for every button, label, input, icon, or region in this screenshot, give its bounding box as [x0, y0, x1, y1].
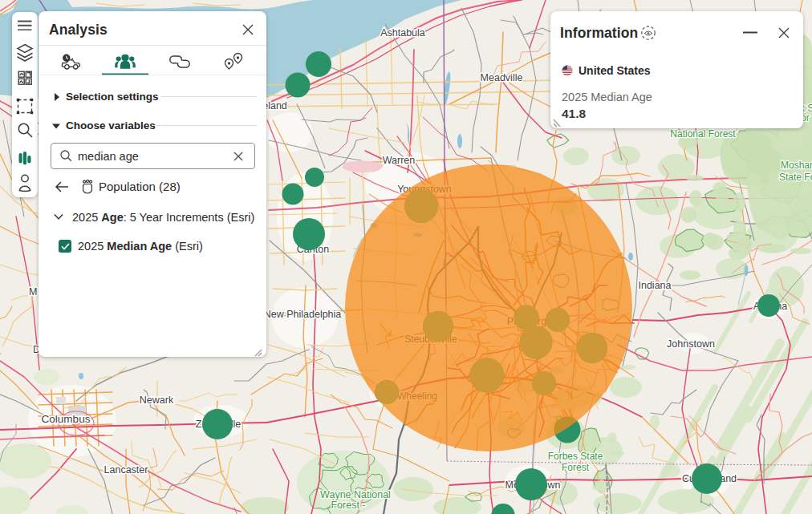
- svg-text:Forbes State: Forbes State: [548, 451, 603, 462]
- svg-text:Ashtabula: Ashtabula: [380, 27, 425, 38]
- svg-text:Newark: Newark: [140, 395, 174, 406]
- svg-text:Columbus: Columbus: [42, 413, 91, 425]
- svg-text:Forest: Forest: [562, 462, 590, 473]
- svg-text:Forest -: Forest -: [331, 500, 365, 511]
- svg-text:Indiana: Indiana: [638, 280, 671, 291]
- svg-text:Meadville: Meadville: [481, 72, 523, 83]
- svg-text:M: M: [29, 286, 37, 297]
- svg-text:National Forest: National Forest: [670, 128, 736, 140]
- svg-text:Johnstown: Johnstown: [667, 338, 715, 350]
- svg-text:Moshannon: Moshannon: [781, 160, 812, 171]
- svg-text:Lancaster: Lancaster: [104, 464, 148, 476]
- svg-text:Wayne National: Wayne National: [320, 489, 391, 500]
- svg-text:State Forest: State Forest: [779, 172, 812, 183]
- svg-text:Warren: Warren: [383, 155, 416, 166]
- svg-text:New Philadelphia: New Philadelphia: [264, 309, 342, 320]
